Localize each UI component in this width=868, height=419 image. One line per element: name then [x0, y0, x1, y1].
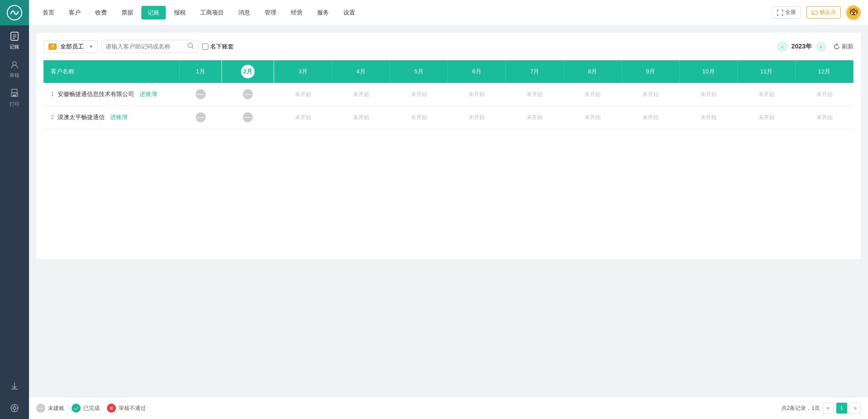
nav-bookkeeping[interactable]: 记账 — [141, 6, 166, 19]
month-status-cell: 未开始 — [448, 106, 506, 129]
month-status-cell: 未开始 — [332, 106, 390, 129]
status-not-started: 未开始 — [468, 114, 485, 120]
status-not-started: 未开始 — [700, 91, 717, 97]
col-month-12: 12月 — [796, 60, 854, 83]
month-status-cell: 未开始 — [390, 83, 448, 106]
status-not-started: 未开始 — [584, 114, 601, 120]
table-row: 1安徽畅捷通信息技术有限公司进账簿——未开始未开始未开始未开始未开始未开始未开始… — [43, 83, 854, 106]
sidebar-item-print[interactable]: 打印 — [0, 82, 29, 111]
svg-point-11 — [13, 407, 16, 409]
sidebar-item-download[interactable] — [0, 376, 29, 397]
svg-text:▶: ▶ — [813, 12, 815, 14]
month-status-cell: 未开始 — [332, 83, 390, 106]
sidebar-item-support[interactable] — [0, 397, 29, 419]
status-dash-icon: — — [196, 112, 206, 122]
row-index: 1 — [51, 91, 54, 97]
logo[interactable] — [0, 0, 29, 25]
content-area: 员 全部员工 ▾ 名下账套 — [29, 25, 868, 397]
refresh-label: 刷新 — [842, 43, 854, 51]
status-not-started: 未开始 — [411, 91, 427, 97]
status-not-started: 未开始 — [526, 114, 543, 120]
prev-page-button[interactable]: < — [823, 403, 834, 414]
main-wrapper: 首页 客户 收费 票据 记账 报税 工商项目 消息 管理 经营 服务 设置 全屏 — [29, 0, 868, 419]
refresh-button[interactable]: 刷新 — [834, 43, 854, 51]
col-month-11: 11月 — [738, 60, 796, 83]
nav-msg[interactable]: 消息 — [232, 6, 256, 19]
col-month-4: 4月 — [332, 60, 390, 83]
total-text: 共2条记录，1页 — [781, 405, 820, 412]
nav-settings[interactable]: 设置 — [337, 6, 362, 19]
col-customer-header: 客户名称 — [43, 60, 179, 83]
table-row: 2漠澳太平畅捷通信进账簿——未开始未开始未开始未开始未开始未开始未开始未开始未开… — [43, 106, 854, 129]
employee-select[interactable]: 员 全部员工 ▾ — [43, 40, 98, 53]
enter-ledger-link[interactable]: 进账簿 — [110, 114, 128, 120]
month-status-cell: — — [222, 106, 274, 129]
svg-rect-1 — [11, 32, 18, 40]
nav-invoices[interactable]: 票据 — [115, 6, 140, 19]
legend-dot-red — [107, 404, 116, 413]
nav-biz[interactable]: 工商项目 — [194, 6, 230, 19]
mine-checkbox[interactable] — [202, 43, 208, 50]
pagination: 共2条记录，1页 < 1 > — [781, 403, 861, 414]
month-status-cell: 未开始 — [622, 106, 680, 129]
search-input[interactable] — [106, 43, 187, 50]
page-1-button[interactable]: 1 — [836, 403, 847, 414]
vip-button[interactable]: ▶ 畅会员 — [806, 6, 841, 19]
customer-cell: 2漠澳太平畅捷通信进账簿 — [43, 106, 179, 129]
nav-fees[interactable]: 收费 — [89, 6, 113, 19]
month-status-cell: 未开始 — [796, 83, 854, 106]
user-avatar[interactable]: 🐯 — [846, 5, 861, 20]
status-not-started: 未开始 — [758, 91, 775, 97]
status-not-started: 未开始 — [353, 114, 369, 120]
status-not-started: 未开始 — [816, 91, 833, 97]
accounts-table: 客户名称 1月 2月 3月 4月 5月 6月 7月 8月 9月 10月 11月 … — [43, 60, 854, 129]
svg-rect-8 — [13, 95, 16, 96]
sidebar-item-bookkeeping[interactable]: 记账 — [0, 25, 29, 54]
status-not-started: 未开始 — [411, 114, 427, 120]
sidebar-item-label: 打印 — [10, 101, 19, 107]
check-icon — [73, 405, 79, 411]
month-status-cell: 未开始 — [274, 106, 332, 129]
status-not-started: 未开始 — [816, 114, 833, 120]
legend-dot-grey: — — [36, 404, 45, 413]
chevron-down-icon: ▾ — [90, 43, 93, 50]
nav-home[interactable]: 首页 — [36, 6, 61, 19]
month-status-cell: 未开始 — [448, 83, 506, 106]
month-status-cell: 未开始 — [506, 83, 564, 106]
customer-name: 安徽畅捷通信息技术有限公司 — [58, 91, 134, 97]
month-status-cell: — — [179, 106, 222, 129]
col-month-9: 9月 — [622, 60, 680, 83]
enter-ledger-link[interactable]: 进账簿 — [140, 91, 157, 97]
nav-service[interactable]: 服务 — [311, 6, 335, 19]
search-icon[interactable] — [187, 42, 194, 51]
status-not-started: 未开始 — [295, 91, 311, 97]
next-year-button[interactable]: › — [815, 41, 826, 52]
main-card: 员 全部员工 ▾ 名下账套 — [36, 33, 861, 259]
status-not-started: 未开始 — [700, 114, 717, 120]
status-dash-icon: — — [243, 89, 253, 99]
sidebar-bottom — [0, 376, 29, 419]
status-not-started: 未开始 — [353, 91, 369, 97]
nav-mgmt[interactable]: 管理 — [258, 6, 283, 19]
customer-cell: 1安徽畅捷通信息技术有限公司进账簿 — [43, 83, 179, 106]
nav-ops[interactable]: 经营 — [285, 6, 309, 19]
month-status-cell: 未开始 — [274, 83, 332, 106]
next-page-button[interactable]: > — [850, 403, 861, 414]
mine-checkbox-label[interactable]: 名下账套 — [202, 43, 234, 51]
nav-tax[interactable]: 报税 — [168, 6, 192, 19]
col-month-1: 1月 — [179, 60, 222, 83]
legend-not-created: — 未建账 — [36, 404, 64, 413]
legend-dot-teal — [72, 404, 81, 413]
fullscreen-button[interactable]: 全屏 — [772, 6, 801, 19]
legend-label-done: 已完成 — [83, 405, 100, 412]
employee-icon: 员 — [48, 43, 57, 50]
download-icon — [9, 381, 20, 392]
status-not-started: 未开始 — [642, 114, 659, 120]
month-status-cell: 未开始 — [680, 83, 738, 106]
topnav-right: 全屏 ▶ 畅会员 🐯 — [772, 5, 861, 20]
sidebar-item-audit[interactable]: 审核 — [0, 54, 29, 82]
prev-year-button[interactable]: ‹ — [777, 41, 788, 52]
month-status-cell: 未开始 — [796, 106, 854, 129]
status-not-started: 未开始 — [584, 91, 601, 97]
nav-customer[interactable]: 客户 — [63, 6, 87, 19]
